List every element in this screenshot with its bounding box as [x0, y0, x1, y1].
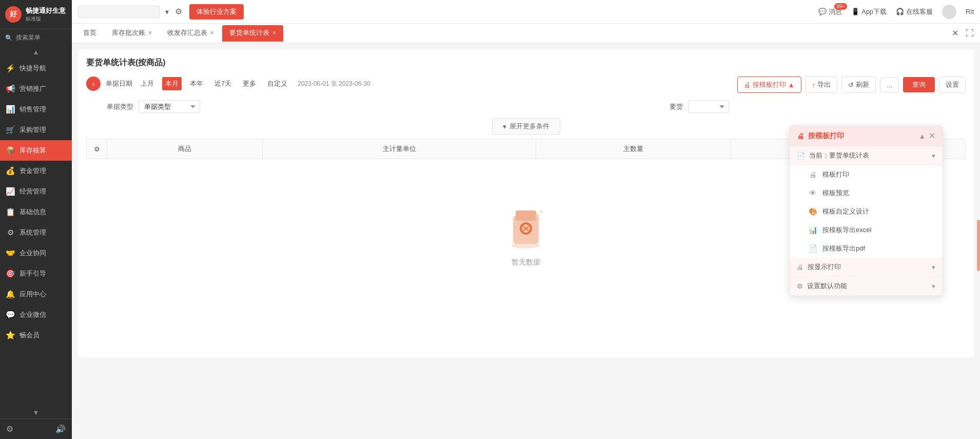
query-btn[interactable]: 查询 — [903, 77, 935, 92]
header-online-service[interactable]: 🎧 在线客服 — [896, 7, 933, 16]
display-print-label: 按显示打印 — [808, 262, 841, 272]
online-service-label: 在线客服 — [906, 7, 933, 16]
date-current-year-btn[interactable]: 本年 — [187, 77, 206, 90]
date-current-month-btn[interactable]: 本月 — [162, 77, 182, 90]
date-prev-month-btn[interactable]: 上月 — [138, 77, 157, 90]
date-7days-btn[interactable]: 近7天 — [211, 77, 234, 90]
template-preview-item[interactable]: 👁 模板预览 — [790, 184, 943, 202]
sidebar-search[interactable]: 🔍 搜索菜单 — [0, 29, 72, 46]
header-message[interactable]: 💬 消息 99+ — [818, 7, 842, 16]
sidebar-item-member[interactable]: ⭐ 畅会员 — [0, 325, 72, 346]
header-gear-btn[interactable]: ⚙ — [174, 6, 183, 17]
sidebar-item-collab[interactable]: 🤝 企业协同 — [0, 243, 72, 263]
sidebar-item-label: 企业微信 — [19, 310, 67, 319]
sidebar-item-label: 应用中心 — [19, 290, 67, 299]
template-export-pdf-item[interactable]: 📄 按模板导出pdf — [790, 239, 943, 258]
header-search-input[interactable] — [84, 8, 145, 15]
current-template-header[interactable]: 📄 当前：要货单统计表 ▾ — [790, 146, 943, 165]
refresh-btn[interactable]: ↺ 刷新 — [841, 77, 876, 93]
sidebar-item-quick-nav[interactable]: ⚡ 快捷导航 — [0, 58, 72, 79]
wechat-icon: 💬 — [5, 310, 15, 319]
more-actions-btn[interactable]: ... — [880, 78, 899, 92]
display-print-icon: 🖨 — [797, 263, 803, 271]
sidebar-scroll-up[interactable]: ▲ — [0, 46, 72, 58]
refresh-btn-label: 刷新 — [856, 80, 869, 89]
svg-point-9 — [538, 219, 540, 221]
default-function-label-group: ⚙ 设置默认功能 — [797, 281, 847, 291]
tab-batch-account[interactable]: 库存批次账 × — [105, 25, 159, 42]
display-print-header[interactable]: 🖨 按显示打印 ▾ — [790, 258, 943, 276]
sidebar-item-wechat[interactable]: 💬 企业微信 — [0, 304, 72, 325]
app-logo-icon: 好 — [5, 6, 22, 23]
refresh-icon: ↺ — [848, 81, 854, 89]
marketing-icon: 📢 — [5, 84, 15, 93]
tab-home[interactable]: 首页 — [76, 25, 104, 42]
sidebar-item-system[interactable]: ⚙ 系统管理 — [0, 222, 72, 243]
system-icon: ⚙ — [5, 228, 15, 237]
sidebar-item-label: 新手引导 — [19, 269, 67, 278]
volume-icon[interactable]: 🔊 — [55, 424, 66, 434]
sidebar-item-purchase[interactable]: 🛒 采购管理 — [0, 120, 72, 140]
default-function-label: 设置默认功能 — [807, 281, 847, 291]
sidebar-item-basic[interactable]: 📋 基础信息 — [0, 202, 72, 222]
column-settings-icon[interactable]: ⚙ — [94, 145, 100, 153]
order-subtype-select[interactable] — [688, 100, 729, 113]
display-print-label-group: 🖨 按显示打印 — [797, 262, 841, 272]
order-type-select[interactable]: 单据类型 — [139, 100, 200, 113]
user-avatar[interactable] — [942, 5, 956, 19]
tab-maximize-btn[interactable]: ⛶ — [964, 28, 976, 39]
sidebar-item-inventory[interactable]: 📦 库存核算 — [0, 140, 72, 161]
scroll-indicator — [977, 220, 980, 271]
export-icon: ↑ — [812, 81, 816, 89]
tab-receipt-summary[interactable]: 收发存汇总表 × — [160, 25, 221, 42]
print-dropdown-printer-icon: 🖨 — [797, 132, 804, 140]
col-quantity: 主数量 — [536, 139, 731, 159]
current-template-section: 📄 当前：要货单统计表 ▾ — [790, 146, 943, 165]
sidebar-item-guide[interactable]: 🎯 新手引导 — [0, 263, 72, 284]
col-settings[interactable]: ⚙ — [87, 139, 107, 159]
date-more-btn[interactable]: 更多 — [240, 77, 259, 90]
sidebar-item-sales[interactable]: 📊 销售管理 — [0, 99, 72, 120]
sidebar-item-operation[interactable]: 📈 经营管理 — [0, 181, 72, 202]
export-btn[interactable]: ↑ 导出 — [806, 77, 838, 93]
export-excel-icon: 📊 — [808, 226, 817, 234]
search-icon: 🔍 — [5, 34, 13, 42]
expand-more-btn[interactable]: ▾ 展开更多条件 — [492, 118, 560, 135]
header-app-download[interactable]: 📱 App下载 — [851, 7, 887, 16]
settings-icon[interactable]: ⚙ — [6, 424, 13, 434]
inventory-icon: 📦 — [5, 146, 15, 155]
sidebar-item-label: 快捷导航 — [19, 64, 67, 73]
print-dropdown-collapse-btn[interactable]: ▲ — [918, 132, 926, 140]
more-icon: ... — [887, 81, 892, 89]
print-dropdown-arrow: ▲ — [788, 81, 795, 89]
print-btn[interactable]: 🖨 按模板打印 ▲ — [737, 77, 801, 93]
settings-btn[interactable]: 设置 — [939, 77, 966, 93]
tab-receipt-summary-close[interactable]: × — [210, 29, 214, 36]
tab-close-all-btn[interactable]: ✕ — [950, 27, 961, 39]
template-preview-label: 模板预览 — [822, 188, 849, 198]
tab-order-stats[interactable]: 要货单统计表 × — [222, 25, 283, 42]
print-dropdown-close-btn[interactable]: ✕ — [929, 131, 935, 141]
tab-bar: 首页 库存批次账 × 收发存汇总表 × 要货单统计表 × ✕ ⛶ — [72, 24, 980, 43]
empty-text: 暂无数据 — [512, 258, 540, 267]
sidebar-item-finance[interactable]: 💰 资金管理 — [0, 161, 72, 181]
template-export-excel-item[interactable]: 📊 按模板导出excel — [790, 221, 943, 239]
current-template-icon: 📄 — [797, 152, 805, 160]
app-download-label: App下载 — [861, 7, 887, 16]
print-dropdown-title: 🖨 按模板打印 — [797, 131, 844, 141]
industry-btn[interactable]: 体验行业方案 — [189, 4, 244, 20]
tab-order-stats-close[interactable]: × — [272, 29, 276, 36]
template-design-item[interactable]: 🎨 模板自定义设计 — [790, 202, 943, 221]
sidebar-scroll-down[interactable]: ▼ — [0, 407, 72, 418]
filter-expand-btn[interactable]: › — [86, 77, 101, 91]
date-custom-btn[interactable]: 自定义 — [264, 77, 290, 90]
template-print-item[interactable]: 🖨 模板打印 — [790, 165, 943, 184]
sidebar-item-marketing[interactable]: 📢 营销推广 — [0, 79, 72, 99]
tab-batch-account-close[interactable]: × — [148, 29, 152, 36]
header-dropdown-btn[interactable]: ▾ — [164, 7, 170, 17]
tab-batch-account-label: 库存批次账 — [112, 28, 145, 37]
default-function-arrow: ▾ — [932, 282, 935, 290]
sidebar-item-appstore[interactable]: 🔔 应用中心 — [0, 284, 72, 304]
main-area: ▾ ⚙ 体验行业方案 💬 消息 99+ 📱 App下载 🎧 在线客服 Rit 首… — [72, 0, 980, 439]
default-function-header[interactable]: ⚙ 设置默认功能 ▾ — [790, 277, 943, 295]
